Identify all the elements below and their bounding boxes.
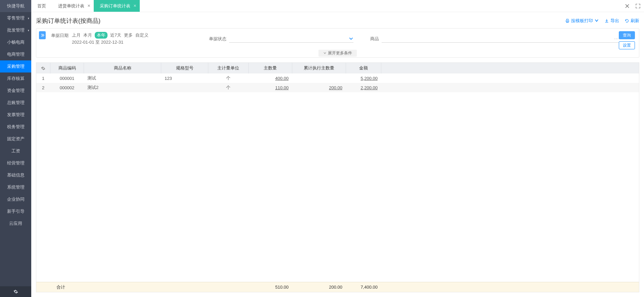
sidebar-label: 云应用 (9, 220, 22, 227)
sidebar-label: 企业协同 (7, 196, 25, 202)
cell-text: 测试 (87, 75, 96, 81)
print-button[interactable]: 按模板打印 (565, 18, 599, 24)
sidebar-item-3[interactable]: 小畅电商 (0, 36, 31, 48)
page-header: 采购订单统计表(按商品) 按模板打印 导出 刷新 (31, 12, 644, 28)
sidebar-item-9[interactable]: 发票管理 (0, 109, 31, 121)
fullscreen-button[interactable] (634, 2, 642, 10)
dq-last7[interactable]: 近7天 (110, 32, 121, 38)
refresh-icon (625, 18, 629, 23)
dq-more[interactable]: 更多 (124, 32, 133, 38)
sidebar-item-0[interactable]: 快捷导航 (0, 0, 31, 12)
sidebar-item-16[interactable]: 企业协同 (0, 193, 31, 205)
search-button[interactable]: 查询 (619, 31, 635, 39)
sidebar-label: 库存核算 (7, 76, 25, 82)
sidebar-item-6[interactable]: 库存核算 (0, 72, 31, 85)
dq-this-year[interactable]: 本年 (95, 32, 108, 39)
column-settings[interactable] (36, 63, 50, 73)
chevron-down-icon (594, 18, 599, 24)
cell-text: 123 (165, 76, 172, 81)
sidebar: 快捷导航零售管理▾批发管理▾小畅电商电商管理采购管理库存核算资金管理总账管理发票… (0, 0, 31, 297)
settings-button[interactable]: 设置 (619, 41, 635, 49)
date-range[interactable]: 2022-01-01 至 2022-12-31 (72, 39, 148, 45)
table-row[interactable]: 1000001测试123个400.005,200.00 (36, 73, 639, 83)
collapse-filter-handle[interactable] (39, 31, 46, 39)
drill-link[interactable]: 400.00 (275, 76, 289, 81)
drill-link[interactable]: 200.00 (329, 85, 342, 90)
sidebar-item-1[interactable]: 零售管理▾ (0, 12, 31, 24)
th-name[interactable]: 商品名称 (84, 63, 161, 73)
sidebar-item-8[interactable]: 总账管理 (0, 97, 31, 109)
tab-2[interactable]: 采购订单统计表✕ (94, 0, 140, 12)
th-spec[interactable]: 规格型号 (161, 63, 208, 73)
close-all-tabs[interactable] (623, 2, 631, 10)
sidebar-item-7[interactable]: 资金管理 (0, 85, 31, 97)
table-cell: 000001 (50, 73, 84, 83)
dq-custom[interactable]: 自定义 (135, 32, 148, 38)
drill-link[interactable]: 110.00 (275, 85, 289, 90)
table-cell: 000002 (50, 83, 84, 92)
sidebar-settings[interactable] (0, 286, 31, 297)
export-icon (604, 18, 609, 23)
close-icon[interactable]: ✕ (87, 4, 90, 8)
sidebar-item-4[interactable]: 电商管理 (0, 48, 31, 60)
sidebar-label: 系统管理 (7, 184, 25, 190)
table-row[interactable]: 2000002测试2个110.00200.002,200.00 (36, 83, 639, 92)
table-header: 商品编码 商品名称 规格型号 主计量单位 主数量 累计执行主数量 金额 (36, 63, 639, 73)
date-quick-picks: 上月 本月 本年 近7天 更多 自定义 (72, 32, 148, 39)
footer-exec-qty: 200.00 (329, 285, 342, 290)
sidebar-item-13[interactable]: 经营管理 (0, 157, 31, 169)
filter-panel: 单据日期 上月 本月 本年 近7天 更多 自定义 2022- (36, 28, 639, 58)
more-icon: ··· (614, 36, 619, 41)
footer-label: 合计 (50, 282, 84, 292)
tab-0[interactable]: 首页 (31, 0, 52, 12)
sidebar-label: 经营管理 (7, 160, 25, 166)
th-qty[interactable]: 主数量 (249, 63, 292, 73)
status-select[interactable] (229, 35, 353, 43)
th-amount[interactable]: 金额 (346, 63, 381, 73)
table-cell: 5,200.00 (346, 73, 381, 83)
sidebar-item-2[interactable]: 批发管理▾ (0, 24, 31, 36)
sidebar-item-5[interactable]: 采购管理 (0, 60, 31, 72)
printer-icon (565, 18, 570, 23)
sidebar-item-14[interactable]: 基础信息 (0, 169, 31, 181)
sidebar-item-12[interactable]: 工资 (0, 145, 31, 157)
print-label: 按模板打印 (571, 18, 593, 24)
cell-text: 000002 (60, 85, 74, 90)
th-code[interactable]: 商品编码 (50, 63, 84, 73)
sidebar-item-18[interactable]: 云应用 (0, 217, 31, 230)
cell-text: 1 (42, 76, 44, 81)
table-body: 1000001测试123个400.005,200.002000002测试2个11… (36, 73, 639, 282)
dq-last-month[interactable]: 上月 (72, 32, 81, 38)
date-label: 单据日期 (51, 32, 69, 39)
sidebar-label: 零售管理 (7, 15, 25, 21)
sidebar-label: 快捷导航 (7, 3, 25, 9)
th-exec-qty[interactable]: 累计执行主数量 (292, 63, 346, 73)
tab-label: 采购订单统计表 (100, 3, 130, 9)
footer-qty: 510.00 (275, 285, 289, 290)
dq-this-month[interactable]: 本月 (83, 32, 92, 38)
th-unit[interactable]: 主计量单位 (208, 63, 249, 73)
table-cell: 400.00 (249, 73, 292, 83)
th-filler (381, 63, 639, 73)
sidebar-item-17[interactable]: 新手引导 (0, 205, 31, 217)
close-icon[interactable]: ✕ (133, 4, 136, 8)
sidebar-label: 总账管理 (7, 100, 25, 106)
drill-link[interactable]: 2,200.00 (360, 85, 378, 90)
chevron-right-icon (40, 33, 44, 37)
table-cell (292, 73, 346, 83)
sidebar-item-10[interactable]: 税务管理 (0, 121, 31, 133)
drill-link[interactable]: 5,200.00 (360, 76, 378, 81)
refresh-button[interactable]: 刷新 (625, 18, 639, 24)
product-input[interactable]: ··· (382, 35, 619, 43)
export-button[interactable]: 导出 (604, 18, 619, 24)
table-cell: 2 (36, 83, 50, 92)
date-sep: 至 (95, 40, 100, 45)
expand-conditions[interactable]: 展开更多条件 (318, 50, 357, 57)
sidebar-label: 固定资产 (7, 136, 25, 142)
sidebar-item-11[interactable]: 固定资产 (0, 133, 31, 145)
tab-1[interactable]: 进货单统计表✕ (52, 0, 94, 12)
sidebar-item-15[interactable]: 系统管理 (0, 181, 31, 193)
date-to: 2022-12-31 (101, 40, 124, 45)
cell-text: 测试2 (87, 85, 98, 91)
page-title: 采购订单统计表(按商品) (36, 17, 100, 25)
